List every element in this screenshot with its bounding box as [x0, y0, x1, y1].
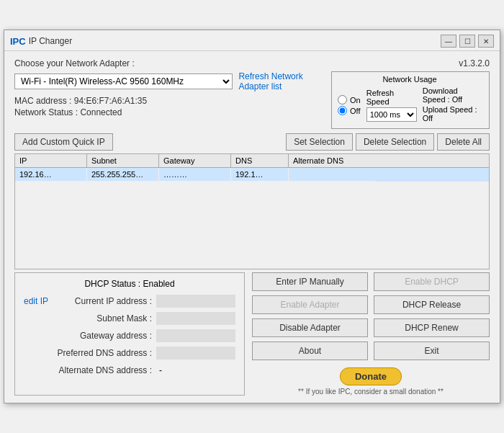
disable-adapter-button[interactable]: Disable Adapter [252, 318, 368, 337]
dns-value [156, 347, 235, 360]
subnet-mask-row: Subnet Mask : [24, 312, 235, 325]
about-button[interactable]: About [252, 342, 368, 360]
donate-note: ** If you like IPC, consider a small don… [298, 388, 444, 396]
add-custom-quick-ip-button[interactable]: Add Custom Quick IP [14, 133, 113, 151]
dhcp-label: DHCP Status : [84, 279, 140, 289]
maximize-button[interactable]: ☐ [459, 35, 475, 48]
exit-button[interactable]: Exit [374, 342, 490, 360]
delete-all-button[interactable]: Delete All [437, 133, 490, 151]
dhcp-renew-button[interactable]: DHCP Renew [374, 318, 490, 337]
btn-row-3: Disable Adapter DHCP Renew [252, 318, 490, 337]
table-row[interactable]: 192.16… 255.255.255… ……… 192.1… [15, 168, 489, 182]
cell-alt-dns [289, 168, 375, 182]
refresh-adapter-link[interactable]: Refresh Network Adapter list [238, 71, 325, 91]
col-gateway: Gateway [159, 154, 231, 167]
right-panel: Enter IP Manually Enable DHCP Enable Ada… [252, 272, 490, 396]
btn-row-2: Enable Adapter DHCP Release [252, 295, 490, 314]
dns-label: Preferred DNS address : [50, 348, 152, 358]
ip-table-section: Add Custom Quick IP Set Selection Delete… [14, 133, 490, 269]
adapter-select[interactable]: Wi-Fi - Intel(R) Wireless-AC 9560 160MHz [14, 73, 233, 89]
col-ip: IP [15, 154, 87, 167]
titlebar: IPC IP Changer — ☐ ✕ [4, 30, 500, 51]
dhcp-value: Enabled [143, 279, 175, 289]
speed-info: Download Speed : Off Upload Speed : Off [423, 86, 482, 124]
cell-ip: 192.16… [15, 168, 87, 182]
window-title: IP Changer [29, 36, 441, 46]
upload-speed-row: Upload Speed : Off [423, 105, 482, 122]
delete-selection-button[interactable]: Delete Selection [356, 133, 434, 151]
network-status-value: Connected [80, 107, 122, 117]
mac-address-row: MAC address : 94:E6:F7:A6:A1:35 [14, 96, 325, 106]
gateway-value [156, 329, 235, 342]
col-subnet: Subnet [87, 154, 159, 167]
alt-dns-label: Alternate DNS address : [50, 365, 152, 375]
alt-dns-field: - [156, 364, 235, 377]
current-ip-value [156, 295, 235, 308]
speed-select[interactable]: 1000 ms 100 ms500 ms1000 ms2000 ms [366, 107, 417, 122]
radio-off-label: Off [350, 107, 360, 115]
app-icon: IPC [10, 36, 26, 47]
enable-dhcp-button[interactable]: Enable DHCP [374, 272, 490, 291]
table-toolbar: Add Custom Quick IP Set Selection Delete… [14, 133, 490, 151]
alt-dns-row: Alternate DNS address : - [24, 364, 235, 377]
ip-table-header: IP Subnet Gateway DNS Alternate DNS [15, 154, 489, 168]
radio-off[interactable] [338, 106, 347, 115]
cell-subnet: 255.255.255… [87, 168, 159, 182]
window-controls: — ☐ ✕ [441, 35, 494, 48]
dhcp-status-row: DHCP Status : Enabled [24, 279, 235, 289]
btn-row-1: Enter IP Manually Enable DHCP [252, 272, 490, 291]
close-button[interactable]: ✕ [478, 35, 494, 48]
content-area: Choose your Network Adapter : v1.3.2.0 W… [4, 51, 500, 403]
donate-button[interactable]: Donate [340, 367, 402, 385]
dhcp-release-button[interactable]: DHCP Release [374, 295, 490, 314]
refresh-speed-label: Refresh Speed [366, 89, 417, 106]
subnet-mask-label: Subnet Mask : [50, 313, 152, 323]
current-ip-label: Current IP address : [53, 296, 152, 306]
left-panel: DHCP Status : Enabled edit IP Current IP… [14, 272, 245, 396]
dns-row: Preferred DNS address : [24, 347, 235, 360]
btn-row-4: About Exit [252, 342, 490, 360]
gateway-row: Gateway address : [24, 329, 235, 342]
donate-area: Donate ** If you like IPC, consider a sm… [252, 367, 490, 396]
mac-label: MAC address : [14, 96, 71, 106]
ip-table-body: 192.16… 255.255.255… ……… 192.1… [15, 168, 489, 269]
enable-adapter-button[interactable]: Enable Adapter [252, 295, 368, 314]
ip-table-container: IP Subnet Gateway DNS Alternate DNS 192.… [14, 153, 490, 269]
current-ip-row: edit IP Current IP address : [24, 295, 235, 308]
radio-off-item[interactable]: Off [338, 106, 361, 115]
choose-adapter-label: Choose your Network Adapter : [14, 58, 135, 68]
col-dns: DNS [231, 154, 289, 167]
cell-gateway: ……… [159, 168, 231, 182]
network-status-row: Network Status : Connected [14, 107, 325, 117]
radio-on-item[interactable]: On [338, 95, 361, 104]
refresh-radio-group: On Off [338, 95, 361, 115]
main-window: IPC IP Changer — ☐ ✕ Choose your Network… [4, 30, 500, 403]
download-speed-row: Download Speed : Off [423, 86, 482, 104]
radio-on[interactable] [338, 95, 347, 104]
col-alt-dns: Alternate DNS [289, 154, 375, 167]
edit-ip-link[interactable]: edit IP [24, 296, 48, 306]
gateway-label: Gateway address : [50, 331, 152, 341]
network-status-label: Network Status : [14, 107, 78, 117]
mac-value: 94:E6:F7:A6:A1:35 [74, 96, 147, 106]
set-selection-button[interactable]: Set Selection [286, 133, 353, 151]
cell-dns: 192.1… [231, 168, 289, 182]
enter-manually-button[interactable]: Enter IP Manually [252, 272, 368, 291]
network-usage-box: Network Usage On Off Refresh Speed [331, 71, 490, 129]
version-label: v1.3.2.0 [459, 58, 490, 68]
radio-on-label: On [350, 96, 361, 104]
subnet-mask-value [156, 312, 235, 325]
minimize-button[interactable]: — [441, 35, 456, 48]
network-usage-title: Network Usage [338, 75, 482, 84]
bottom-section: DHCP Status : Enabled edit IP Current IP… [14, 272, 490, 396]
network-usage-body: On Off Refresh Speed 1000 ms 100 ms500 m… [338, 86, 482, 124]
